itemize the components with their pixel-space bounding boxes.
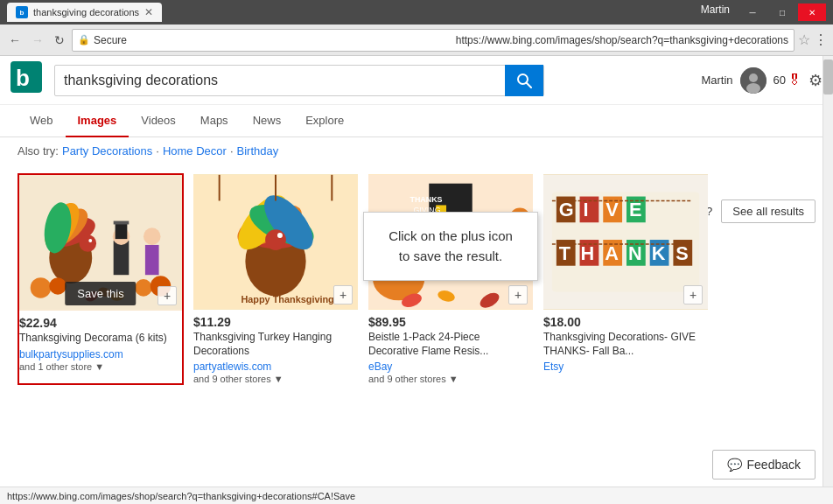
svg-text:E: E xyxy=(629,199,642,220)
product-card-4[interactable]: G I V E T H A xyxy=(542,173,709,385)
tab-favicon: b xyxy=(16,6,28,18)
tab-videos[interactable]: Videos xyxy=(129,105,188,137)
status-bar: https://www.bing.com/images/shop/search?… xyxy=(0,486,833,504)
search-box[interactable] xyxy=(54,65,544,96)
user-name: Martin xyxy=(701,74,732,87)
product-other-3: and 9 other stores ▼ xyxy=(368,374,533,384)
reward-badge: 60 🎖 xyxy=(774,73,802,88)
svg-point-6 xyxy=(746,83,760,94)
product-card-1[interactable]: Save this + $22.94 Thanksgiving Decorama… xyxy=(18,173,184,385)
close-button[interactable]: ✕ xyxy=(798,4,826,21)
product-other-1: and 1 other store ▼ xyxy=(19,361,182,372)
product-store-3[interactable]: eBay xyxy=(368,360,533,373)
user-label: Martin xyxy=(701,4,730,21)
svg-line-3 xyxy=(527,82,532,88)
add-icon-3[interactable]: + xyxy=(508,285,528,304)
svg-text:I: I xyxy=(584,199,589,220)
svg-text:Happy Thanksgiving: Happy Thanksgiving xyxy=(241,294,333,304)
product-image-2: Happy Thanksgiving + xyxy=(193,174,358,310)
address-url: https://www.bing.com/images/shop/search?… xyxy=(456,34,788,46)
product-title-1: Thanksgiving Decorama (6 kits) xyxy=(19,332,182,346)
tab-explore[interactable]: Explore xyxy=(293,105,356,137)
svg-point-19 xyxy=(144,228,161,245)
bing-logo: b xyxy=(10,61,42,99)
title-bar-left: b thanksgiving decorations ✕ xyxy=(7,3,162,22)
scrollbar[interactable] xyxy=(822,56,833,486)
scrollbar-thumb[interactable] xyxy=(823,60,833,94)
see-all-button[interactable]: See all results xyxy=(721,200,816,223)
product-store-4[interactable]: Etsy xyxy=(543,360,708,373)
search-button[interactable] xyxy=(505,65,543,96)
status-url: https://www.bing.com/images/shop/search?… xyxy=(7,491,355,501)
svg-text:A: A xyxy=(605,242,619,264)
svg-text:b: b xyxy=(16,65,30,91)
feedback-label: Feedback xyxy=(747,458,801,472)
svg-text:S: S xyxy=(676,242,689,264)
tab-title: thanksgiving decorations xyxy=(33,7,139,18)
minimize-button[interactable]: ─ xyxy=(738,4,766,21)
tab-area: b thanksgiving decorations ✕ xyxy=(7,3,162,22)
also-try-party[interactable]: Party Decorations xyxy=(62,144,152,158)
title-bar: b thanksgiving decorations ✕ Martin ─ □ … xyxy=(0,0,833,24)
product-card-2[interactable]: Happy Thanksgiving + $11.29 Thanksgiving… xyxy=(192,173,359,385)
refresh-button[interactable]: ↻ xyxy=(51,30,68,51)
tab-images[interactable]: Images xyxy=(66,105,130,137)
svg-point-5 xyxy=(749,74,758,82)
product-price-3: $89.95 xyxy=(368,315,533,329)
svg-rect-20 xyxy=(145,245,159,275)
svg-text:THANKS: THANKS xyxy=(410,195,442,204)
svg-text:N: N xyxy=(628,242,642,264)
tooltip-text: Click on the plus icon to save the resul… xyxy=(388,228,513,263)
product-title-4: Thanksgiving Decorations- GIVE THANKS- F… xyxy=(543,331,708,358)
tab-news[interactable]: News xyxy=(241,105,294,137)
address-bar: ← → ↻ 🔒 Secure https://www.bing.com/imag… xyxy=(0,24,833,56)
product-price-2: $11.29 xyxy=(193,315,358,329)
product-store-1[interactable]: bulkpartysupplies.com xyxy=(19,348,182,360)
add-icon-2[interactable]: + xyxy=(333,285,353,304)
add-icon-1[interactable]: + xyxy=(158,286,177,305)
product-other-2: and 9 other stores ▼ xyxy=(193,374,358,384)
tab-maps[interactable]: Maps xyxy=(188,105,241,137)
also-try-birthday[interactable]: Birthday xyxy=(237,144,279,158)
tooltip-overlay: Click on the plus icon to save the resul… xyxy=(363,212,538,281)
back-button[interactable]: ← xyxy=(5,30,24,51)
tab-close-button[interactable]: ✕ xyxy=(144,6,153,18)
bookmark-button[interactable]: ☆ xyxy=(798,32,810,48)
tab-web[interactable]: Web xyxy=(18,105,66,137)
svg-point-22 xyxy=(49,277,66,295)
header-right: Martin 60 🎖 ⚙ xyxy=(701,67,822,94)
also-try-bar: Also try: Party Decorations · Home Decor… xyxy=(0,137,833,164)
add-icon-4[interactable]: + xyxy=(683,285,703,304)
svg-point-35 xyxy=(265,229,286,250)
maximize-button[interactable]: □ xyxy=(768,4,796,21)
window-controls: Martin ─ □ ✕ xyxy=(701,4,826,21)
nav-tabs: Web Images Videos Maps News Explore xyxy=(0,105,833,137)
menu-button[interactable]: ⋮ xyxy=(814,32,828,48)
feedback-button[interactable]: 💬 Feedback xyxy=(712,450,816,480)
svg-rect-17 xyxy=(116,223,128,239)
save-this-button[interactable]: Save this xyxy=(65,282,136,305)
settings-button[interactable]: ⚙ xyxy=(808,71,822,90)
product-price-4: $18.00 xyxy=(543,315,708,329)
reward-icon: 🎖 xyxy=(788,73,802,88)
also-try-home[interactable]: Home Decor xyxy=(163,144,227,158)
svg-point-36 xyxy=(277,233,283,238)
search-input[interactable] xyxy=(55,73,505,88)
forward-button[interactable]: → xyxy=(28,30,47,51)
also-try-label: Also try: xyxy=(18,144,59,158)
avatar xyxy=(740,67,766,94)
product-image-4: G I V E T H A xyxy=(543,174,708,310)
lock-icon: 🔒 xyxy=(78,34,90,46)
svg-point-14 xyxy=(88,239,92,242)
product-title-2: Thanksgiving Turkey Hanging Decorations xyxy=(193,331,358,358)
feedback-icon: 💬 xyxy=(727,458,742,472)
svg-rect-18 xyxy=(114,221,130,225)
address-input-wrap[interactable]: 🔒 Secure https://www.bing.com/images/sho… xyxy=(72,29,794,52)
product-store-2[interactable]: partyatlewis.com xyxy=(193,360,358,373)
browser-tab[interactable]: b thanksgiving decorations ✕ xyxy=(7,3,162,22)
svg-text:H: H xyxy=(581,242,595,264)
svg-text:V: V xyxy=(606,199,619,220)
product-title-3: Beistle 1-Pack 24-Piece Decorative Flame… xyxy=(368,331,533,358)
product-price-1: $22.94 xyxy=(19,316,182,330)
address-text: Secure xyxy=(94,34,449,46)
